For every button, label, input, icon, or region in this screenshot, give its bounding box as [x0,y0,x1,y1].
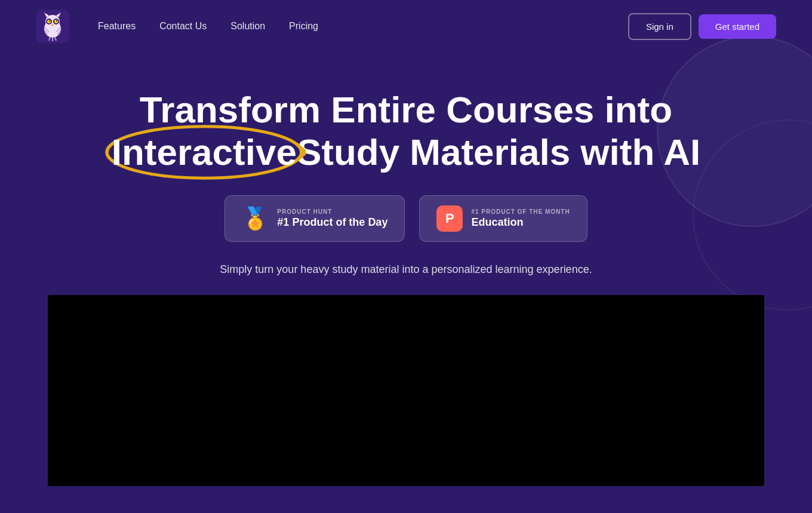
logo-icon [36,10,69,43]
get-started-button[interactable]: Get started [699,14,776,39]
product-month-icon: P [436,205,463,232]
signin-button[interactable]: Sign in [628,13,691,40]
hero-title-rest: Study Materials with AI [297,131,700,173]
badge-product-month: P #1 PRODUCT OF THE MONTH Education [419,195,587,242]
nav-item-features[interactable]: Features [98,21,136,32]
ribbon-icon: 🏅 [242,206,269,231]
badge-hunt-label: PRODUCT HUNT [277,208,387,215]
svg-point-10 [56,20,57,21]
video-container[interactable] [48,295,764,486]
badge-hunt-text: PRODUCT HUNT #1 Product of the Day [277,208,387,229]
nav-item-pricing[interactable]: Pricing [289,21,318,32]
svg-point-9 [49,20,50,21]
nav-links: Features Contact Us Solution Pricing [98,21,318,32]
nav-link-solution[interactable]: Solution [230,21,265,31]
svg-point-7 [47,20,51,23]
nav-right: Sign in Get started [628,13,776,40]
nav-link-pricing[interactable]: Pricing [289,21,318,31]
badge-product-hunt: 🏅 PRODUCT HUNT #1 Product of the Day [224,195,405,242]
nav-link-features[interactable]: Features [98,21,136,31]
interactive-word: Interactive [112,131,297,173]
badges-row: 🏅 PRODUCT HUNT #1 Product of the Day P #… [167,195,645,242]
navbar: Features Contact Us Solution Pricing Sig… [0,0,812,53]
hero-title: Transform Entire Courses into Interactiv… [12,88,800,174]
hero-subtitle: Simply turn your heavy study material in… [12,263,800,276]
svg-point-8 [54,20,58,23]
badge-month-value: Education [471,216,570,229]
badge-hunt-value: #1 Product of the Day [277,216,387,229]
nav-item-contact[interactable]: Contact Us [159,21,207,32]
logo[interactable] [36,10,69,43]
hero-title-line2: Interactive Study Materials with AI [12,131,800,173]
nav-link-contact[interactable]: Contact Us [159,21,207,31]
badge-month-label: #1 PRODUCT OF THE MONTH [471,208,570,215]
badge-month-text: #1 PRODUCT OF THE MONTH Education [471,208,570,229]
interactive-word-text: Interactive [112,131,297,173]
nav-item-solution[interactable]: Solution [230,21,265,32]
nav-left: Features Contact Us Solution Pricing [36,10,318,43]
hero-section: Transform Entire Courses into Interactiv… [0,53,812,510]
